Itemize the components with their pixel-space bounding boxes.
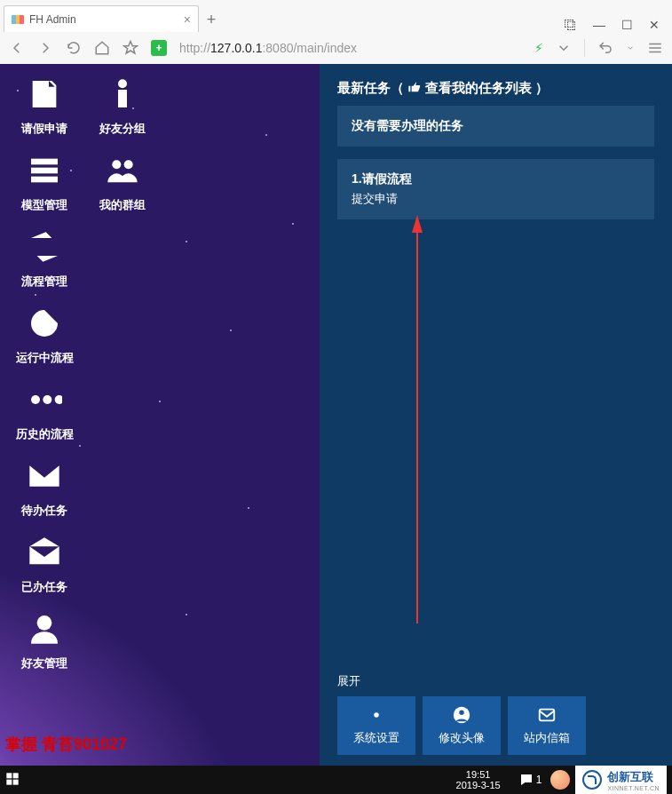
clock-time: 19:51	[456, 769, 501, 780]
new-tab-button[interactable]: +	[199, 7, 224, 32]
thumbs-up-icon	[407, 80, 422, 97]
svg-point-5	[124, 160, 133, 169]
action-bar: 系统设置 修改头像 站内信箱	[337, 696, 654, 755]
clock-date: 2019-3-15	[456, 780, 501, 790]
watermark-text: 掌握 青苔901027	[5, 734, 127, 755]
brand-name: 创新互联	[607, 770, 653, 783]
task-empty[interactable]: 没有需要办理的任务	[337, 106, 654, 147]
brand-logo-icon	[582, 770, 602, 790]
close-tab-icon[interactable]: ×	[184, 12, 191, 27]
close-window-icon[interactable]: ✕	[649, 18, 660, 32]
tasks-title-link[interactable]: 查看我的任务列表	[425, 80, 532, 97]
svg-point-13	[459, 711, 464, 716]
menu-friend-group[interactable]: 好友分组	[87, 76, 158, 137]
menu-running-process[interactable]: 运行中流程	[9, 306, 80, 366]
separator	[584, 39, 585, 57]
task-item-title: 1.请假流程	[352, 171, 640, 187]
menu-todo-tasks[interactable]: 待办任务	[9, 458, 80, 519]
menu-label: 模型管理	[9, 197, 80, 213]
undo-chevron-icon[interactable]	[626, 40, 635, 56]
window-controls: ⿻ — ☐ ✕	[565, 11, 672, 32]
nav-bar: http://127.0.0.1:8080/main/index ⚡︎	[0, 32, 672, 64]
svg-rect-16	[13, 773, 19, 778]
menu-grid: 请假申请 好友分组 模型管理 我的群组 流程管理 运行中流程 历史的流程 待办任…	[0, 64, 320, 684]
svg-point-4	[112, 160, 121, 169]
app-page: 请假申请 好友分组 模型管理 我的群组 流程管理 运行中流程 历史的流程 待办任…	[0, 64, 672, 766]
sidebar: 请假申请 好友分组 模型管理 我的群组 流程管理 运行中流程 历史的流程 待办任…	[0, 64, 320, 766]
taskbar-clock[interactable]: 19:51 2019-3-15	[447, 769, 510, 790]
task-item[interactable]: 1.请假流程 提交申请	[337, 159, 654, 219]
reload-button[interactable]	[66, 40, 82, 56]
back-button[interactable]	[9, 40, 25, 56]
svg-rect-15	[6, 773, 12, 778]
tasks-title-suffix: ）	[535, 80, 549, 97]
menu-model-manage[interactable]: 模型管理	[9, 153, 80, 213]
tasks-title-prefix: 最新任务（	[337, 80, 404, 97]
svg-rect-17	[6, 779, 12, 784]
shrink-icon[interactable]: ⿻	[565, 18, 577, 32]
svg-point-7	[43, 395, 51, 404]
menu-button[interactable]	[647, 40, 663, 56]
chevron-down-icon[interactable]	[556, 40, 572, 56]
shield-icon[interactable]	[151, 40, 167, 56]
main-panel: 最新任务（ 查看我的任务列表 ） 没有需要办理的任务 1.请假流程 提交申请 展…	[320, 64, 672, 766]
action-label: 站内信箱	[524, 730, 570, 746]
svg-point-0	[118, 79, 127, 88]
menu-my-groups[interactable]: 我的群组	[87, 153, 158, 213]
menu-leave-apply[interactable]: 请假申请	[9, 76, 80, 137]
svg-rect-3	[31, 177, 58, 183]
svg-point-9	[37, 615, 52, 631]
menu-label: 运行中流程	[9, 350, 80, 366]
url-host: 127.0.0.1	[210, 41, 262, 55]
taskbar-chat[interactable]: 1	[518, 772, 542, 788]
menu-label: 好友分组	[87, 121, 158, 137]
tab-bar: FH Admin × + ⿻ — ☐ ✕	[0, 0, 672, 32]
action-sys-settings[interactable]: 系统设置	[337, 696, 415, 755]
annotation-arrow-icon	[382, 215, 435, 632]
forward-button[interactable]	[37, 40, 53, 56]
svg-point-8	[55, 395, 62, 404]
svg-rect-14	[540, 710, 555, 721]
start-button[interactable]	[5, 772, 20, 789]
menu-label: 我的群组	[87, 197, 158, 213]
action-change-avatar[interactable]: 修改头像	[423, 696, 501, 755]
favicon-icon	[12, 15, 24, 24]
action-label: 修改头像	[439, 730, 485, 746]
menu-friend-manage[interactable]: 好友管理	[9, 611, 80, 671]
favorite-button[interactable]	[123, 40, 138, 56]
url-path: /main/index	[293, 41, 357, 55]
svg-point-11	[374, 712, 379, 718]
menu-label: 请假申请	[9, 121, 80, 137]
home-button[interactable]	[94, 40, 110, 56]
tab-title: FH Admin	[29, 13, 76, 26]
action-label: 系统设置	[353, 730, 399, 746]
minimize-icon[interactable]: —	[593, 18, 605, 32]
svg-rect-18	[13, 779, 19, 784]
taskbar-avatar[interactable]	[550, 770, 570, 790]
browser-chrome: FH Admin × + ⿻ — ☐ ✕ http://127.0.0.1:80…	[0, 0, 672, 64]
task-item-sub: 提交申请	[352, 191, 640, 207]
menu-history-process[interactable]: 历史的流程	[9, 382, 80, 442]
menu-done-tasks[interactable]: 已办任务	[9, 535, 80, 595]
expand-link[interactable]: 展开	[337, 673, 654, 689]
menu-label: 好友管理	[9, 655, 80, 671]
chat-count: 1	[536, 774, 542, 786]
svg-rect-1	[31, 159, 58, 165]
menu-label: 流程管理	[9, 274, 80, 290]
task-empty-text: 没有需要办理的任务	[352, 118, 463, 132]
browser-tab[interactable]: FH Admin ×	[4, 5, 199, 32]
os-taskbar: 19:51 2019-3-15 1 创新互联 XINNET.NET.CN	[0, 766, 672, 794]
brand-sub: XINNET.NET.CN	[607, 785, 660, 791]
menu-label: 待办任务	[9, 503, 80, 519]
tasks-heading: 最新任务（ 查看我的任务列表 ）	[337, 80, 654, 97]
bolt-icon[interactable]: ⚡︎	[534, 41, 543, 55]
url-prefix: http://	[179, 41, 210, 55]
menu-process-manage[interactable]: 流程管理	[9, 229, 80, 290]
brand-badge[interactable]: 创新互联 XINNET.NET.CN	[575, 766, 667, 794]
svg-point-6	[31, 395, 40, 404]
maximize-icon[interactable]: ☐	[621, 18, 633, 32]
action-inbox[interactable]: 站内信箱	[508, 696, 586, 755]
address-bar[interactable]: http://127.0.0.1:8080/main/index	[179, 41, 522, 55]
undo-button[interactable]	[597, 40, 613, 56]
svg-rect-2	[31, 168, 58, 174]
